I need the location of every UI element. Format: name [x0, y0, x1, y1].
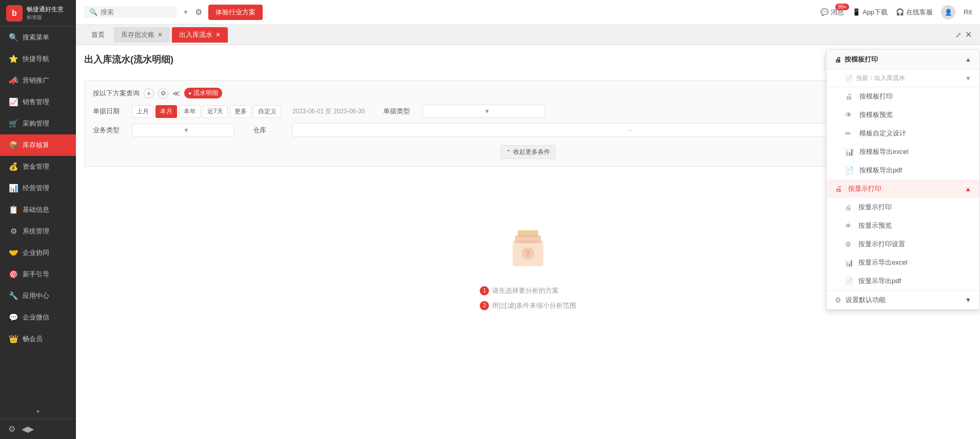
- empty-step-2: 2 用[过滤]条件来缩小分析范围: [480, 300, 576, 311]
- sidebar-menu: 🔍 搜索菜单 ⭐ 快捷导航 📣 营销推广 📈 销售管理 🛒 采购管理 📦 库存核…: [0, 27, 76, 405]
- page-title: 出入库流水(流水明细): [84, 53, 173, 66]
- sidebar-item-appcenter[interactable]: 🔧 应用中心: [0, 285, 76, 307]
- search-icon: 🔍: [89, 8, 97, 16]
- current-template-label: 📄 当前：出入库流水 ▼: [827, 70, 979, 87]
- biztype-select[interactable]: ▼: [132, 124, 234, 137]
- current-icon: 📄: [845, 75, 853, 82]
- date-btn-this-month[interactable]: 本月: [155, 105, 177, 118]
- dropdown-item-display-preview[interactable]: 👁 按显示预览: [827, 216, 979, 235]
- filter-collapse-icon[interactable]: ≪: [172, 89, 180, 97]
- member-icon: 👑: [8, 334, 18, 344]
- dropdown-item-display-settings[interactable]: ⚙ 按显示打印设置: [827, 235, 979, 253]
- search-box[interactable]: 🔍: [84, 6, 177, 18]
- filter-tag[interactable]: ● 流水明细: [184, 88, 222, 98]
- dropdown-item-display-excel[interactable]: 📊 按显示导出excel: [827, 253, 979, 272]
- collapse-icon: ⌃: [506, 149, 511, 156]
- notice-btn[interactable]: 💬 消息 99+: [820, 8, 844, 17]
- collapse-more-btn[interactable]: ⌃ 收起更多条件: [500, 145, 556, 159]
- sidebar-footer: ⚙ ◀▶: [0, 418, 76, 439]
- template-excel-icon: 📊: [845, 148, 854, 156]
- filter-icon: ●: [188, 90, 191, 96]
- phone-icon: 📱: [852, 8, 860, 16]
- date-btn-more[interactable]: 更多: [230, 105, 251, 118]
- app-download-btn[interactable]: 📱 App下载: [852, 8, 888, 17]
- sidebar-item-marketing[interactable]: 📣 营销推广: [0, 70, 76, 91]
- tab-flow[interactable]: 出入库流水 ✕: [172, 27, 228, 43]
- sidebar-item-guide[interactable]: 🎯 新手引导: [0, 264, 76, 285]
- dropdown-collapse-icon[interactable]: ▲: [965, 56, 971, 63]
- display-collapse-icon: ▲: [965, 185, 971, 193]
- filter-add-btn[interactable]: +: [144, 88, 154, 98]
- sidebar-item-sales[interactable]: 📈 销售管理: [0, 91, 76, 113]
- dropdown-item-template-preview[interactable]: 👁 按模板预览: [827, 106, 979, 124]
- finance-icon: 💰: [8, 162, 18, 172]
- print-dropdown-panel: 🖨 按模板打印 ▲ 📄 当前：出入库流水 ▼ 🖨 按模板打印 👁 按模板预览 ✏…: [826, 49, 980, 310]
- guide-icon: 🎯: [8, 269, 18, 280]
- dropdown-header: 🖨 按模板打印 ▲: [827, 50, 979, 70]
- dropdown-item-display-pdf[interactable]: 📄 按显示导出pdf: [827, 272, 979, 290]
- tabbar: 首页 库存批次账 ✕ 出入库流水 ✕ ⤢ ✕: [76, 25, 980, 45]
- dropdown-item-template-custom[interactable]: ✏ 模板自定义设计: [827, 124, 979, 143]
- dropdown-item-display-print[interactable]: 🖨 按显示打印: [827, 198, 979, 216]
- empty-text: 1 请先选择要分析的方案 2 用[过滤]条件来缩小分析范围: [480, 285, 576, 312]
- sidebar-item-basic[interactable]: 📋 基础信息: [0, 199, 76, 221]
- dropdown-item-template-print[interactable]: 🖨 按模板打印: [827, 87, 979, 106]
- sales-icon: 📈: [8, 97, 18, 107]
- logo-area: b 畅捷通好生意 标准版: [0, 0, 76, 27]
- service-btn[interactable]: 🎧 在线客服: [896, 8, 933, 17]
- tab-close-all-icon[interactable]: ✕: [965, 30, 972, 39]
- display-excel-icon: 📊: [845, 259, 853, 267]
- display-print-icon: 🖨: [845, 204, 853, 211]
- settings-icon[interactable]: ⚙: [8, 424, 15, 434]
- sidebar-item-system[interactable]: ⚙ 系统管理: [0, 221, 76, 242]
- tab-home[interactable]: 首页: [84, 27, 112, 43]
- sidebar-item-quicknav[interactable]: ⭐ 快捷导航: [0, 48, 76, 70]
- dropdown-footer-default[interactable]: ⚙ 设置默认功能 ▼: [827, 290, 979, 309]
- sidebar-item-search[interactable]: 🔍 搜索菜单: [0, 27, 76, 48]
- date-btn-custom[interactable]: 自定义: [253, 105, 281, 118]
- dropdown-item-template-excel[interactable]: 📊 按模板导出excel: [827, 143, 979, 161]
- notice-icon: 💬: [820, 8, 829, 16]
- collapse-icon[interactable]: ◀▶: [22, 424, 34, 434]
- date-btn-this-year[interactable]: 本年: [179, 105, 201, 118]
- topbar-gear-icon[interactable]: ⚙: [195, 7, 202, 17]
- date-btn-last-month[interactable]: 上月: [132, 105, 153, 118]
- dropdown-item-template-pdf[interactable]: 📄 按模板导出pdf: [827, 161, 979, 179]
- sidebar-item-finance[interactable]: 💰 资金管理: [0, 156, 76, 177]
- trial-btn[interactable]: 体验行业方案: [208, 5, 263, 20]
- sidebar-item-operation[interactable]: 📊 经营管理: [0, 177, 76, 199]
- operation-icon: 📊: [8, 183, 18, 193]
- sidebar-item-collab[interactable]: 🤝 企业协同: [0, 242, 76, 264]
- sidebar-item-purchase[interactable]: 🛒 采购管理: [0, 113, 76, 134]
- display-preview-icon: 👁: [845, 222, 853, 230]
- user-avatar[interactable]: 👤: [941, 5, 955, 19]
- tab-flow-close[interactable]: ✕: [215, 31, 221, 38]
- current-arrow-icon: ▼: [965, 75, 971, 82]
- dropdown-display-section[interactable]: 🖨 按显示打印 ▲: [827, 179, 979, 198]
- username-label[interactable]: Rit: [964, 8, 972, 16]
- display-pdf-icon: 📄: [845, 277, 853, 285]
- marketing-icon: 📣: [8, 75, 18, 86]
- date-btn-7days[interactable]: 近7天: [203, 105, 228, 118]
- default-func-icon: ⚙: [835, 296, 841, 304]
- appcenter-icon: 🔧: [8, 291, 18, 301]
- footer-arrow-icon: ▼: [965, 296, 971, 304]
- filter-settings-btn[interactable]: ⚙: [158, 88, 168, 98]
- sidebar-scroll-down[interactable]: ▼: [33, 407, 43, 416]
- svg-text:?: ?: [526, 249, 530, 257]
- sidebar-item-wechat[interactable]: 💬 企业微信: [0, 307, 76, 328]
- tab-expand-icon[interactable]: ⤢: [955, 31, 962, 39]
- topbar: 🔍 ▼ ⚙ 体验行业方案 💬 消息 99+ 📱 App下载 🎧 在线客服 👤 R…: [76, 0, 980, 25]
- doc-type-arrow-icon: ▼: [484, 108, 540, 115]
- tab-batch[interactable]: 库存批次账 ✕: [114, 27, 170, 43]
- search-input[interactable]: [101, 8, 171, 16]
- sidebar-item-member[interactable]: 👑 畅会员: [0, 328, 76, 350]
- doc-type-select[interactable]: ▼: [422, 105, 545, 118]
- sidebar-item-inventory[interactable]: 📦 库存核算: [0, 134, 76, 156]
- topbar-chevron-icon[interactable]: ▼: [183, 9, 189, 16]
- tab-batch-close[interactable]: ✕: [158, 31, 163, 38]
- svg-rect-2: [518, 230, 538, 236]
- biztype-arrow-icon: ▼: [183, 127, 229, 134]
- date-range-label: 2023-06-01 至 2023-06-30: [292, 107, 365, 116]
- logo-icon: b: [6, 5, 23, 22]
